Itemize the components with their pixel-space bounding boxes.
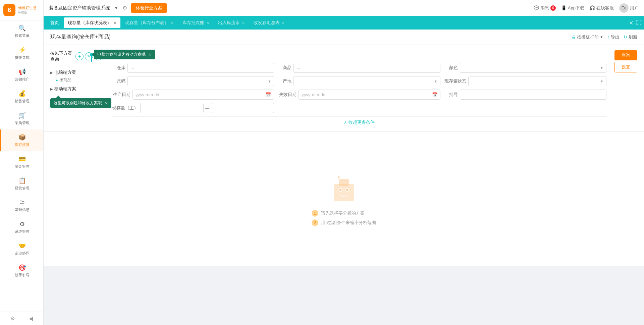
page-actions: 🖨 按模板打印 ▼ ↑ 导出 ↻ 刷新 — [571, 34, 637, 40]
tab-close-icon[interactable]: ✕ — [113, 21, 116, 25]
size-label: 尺码 — [112, 78, 125, 84]
scheme-sub-item[interactable]: ● 按商品 — [56, 76, 102, 84]
tab-receive-send[interactable]: 收发存汇总表 ✕ — [250, 17, 289, 28]
online-support-action[interactable]: 🎧 在线客服 — [590, 5, 614, 11]
tooltip-2-close[interactable]: ✕ — [105, 101, 108, 106]
sidebar-item-marketing[interactable]: 📢 营销推广 — [0, 64, 43, 86]
filter-header-label: 按以下方案查询 — [50, 50, 73, 62]
sidebar-item-finance[interactable]: 💳 资金管理 — [0, 151, 43, 173]
top-bar-left: 装备及固定资产辅助管理系统 ▼ ⚙ 体验行业方案 — [49, 3, 167, 13]
filter-field-stock-status: 现存量状态 ▼ — [444, 76, 606, 86]
marketing-icon: 📢 — [18, 68, 26, 75]
sidebar-item-inventory[interactable]: 📦 库存核算 — [0, 129, 43, 151]
batch-input[interactable] — [460, 90, 606, 100]
expiry-date-input[interactable]: yyyy-mm-dd 📅 — [299, 90, 440, 100]
scheme-computer-label[interactable]: 电脑端方案 — [54, 69, 76, 75]
system-selector[interactable]: ▼ — [114, 5, 118, 10]
expand-computer-icon[interactable]: ▶ — [50, 71, 53, 74]
user-action[interactable]: Ea 用户 — [619, 3, 639, 13]
collapse-btn[interactable]: ∧ 收起更多条件 — [344, 119, 375, 125]
sidebar-item-sales[interactable]: 💰 销售管理 — [0, 86, 43, 108]
tab-close-icon[interactable]: ✕ — [282, 21, 285, 25]
sidebar-item-operation[interactable]: 📋 经营管理 — [0, 173, 43, 195]
prod-date-input[interactable]: yyyy-mm-dd 📅 — [132, 90, 274, 100]
size-select[interactable]: ▼ — [127, 76, 274, 86]
finance-icon: 💳 — [18, 155, 26, 163]
message-action[interactable]: 💬 消息 6 — [534, 5, 556, 11]
logo-icon: 6 — [3, 4, 15, 16]
export-btn[interactable]: ↑ 导出 — [607, 34, 620, 40]
tab-inout-flow[interactable]: 出入库流水 ✕ — [214, 17, 249, 28]
sidebar-bottom: ⚙ ◀ — [0, 312, 43, 325]
empty-content: 1 请先选择要分析的方案 2 用[过滤]条件来缩小分析范围 — [312, 172, 376, 226]
tab-close-icon[interactable]: ✕ — [242, 21, 245, 25]
chevron-down-icon: ▼ — [114, 5, 118, 10]
print-btn[interactable]: 🖨 按模板打印 ▼ — [571, 34, 603, 40]
industry-btn[interactable]: 体验行业方案 — [131, 3, 167, 13]
chevron-down-icon: ▼ — [600, 79, 603, 83]
filter-section: 按以下方案查询 + ✎ « — [44, 45, 644, 131]
scheme-sidebar: 按以下方案查询 + ✎ « — [50, 50, 102, 108]
sidebar-item-search[interactable]: 🔍 搜索菜单 — [0, 20, 43, 42]
tooltip-1-close[interactable]: ✕ — [148, 52, 152, 57]
sidebar-item-label: 搜索菜单 — [15, 33, 30, 38]
warehouse-input[interactable]: ··· — [127, 63, 274, 73]
sidebar-item-purchase[interactable]: 🛒 采购管理 — [0, 108, 43, 129]
stock-main-from[interactable] — [140, 103, 204, 113]
scheme-mobile-label[interactable]: 移动端方案 — [54, 86, 76, 92]
tab-close-icon[interactable]: ✕ — [206, 21, 209, 25]
app-download-action[interactable]: 📱 App下载 — [561, 5, 584, 11]
stock-status-select[interactable]: ▼ — [468, 76, 606, 86]
sidebar-item-system[interactable]: ⚙ 系统管理 — [0, 216, 43, 238]
scheme-mobile-group: ▶ 移动端方案 — [50, 85, 102, 93]
tab-inventory-dist[interactable]: 现存量（库存分布表） ✕ — [121, 17, 178, 28]
filter-row-2: 尺码 ▼ 产地 ▼ — [112, 76, 606, 86]
stock-main-label: 现存量（主） — [112, 105, 138, 111]
tooltip-1: 电脑方案可设为移动方案哦 ✕ — [94, 50, 155, 59]
stock-main-to[interactable] — [211, 103, 274, 113]
close-all-icon[interactable]: ✕ — [629, 20, 633, 26]
logo-text-area: 畅通好生意 标准版 — [18, 5, 37, 15]
scheme-sub-label: 按商品 — [59, 77, 71, 83]
sidebar-item-cooperation[interactable]: 🤝 企业协同 — [0, 238, 43, 260]
filter-field-color: 颜色 ▼ — [444, 63, 606, 73]
chevron-down-icon: ▼ — [434, 79, 437, 83]
tab-batch-ledger[interactable]: 库存批次账 ✕ — [178, 17, 213, 28]
empty-state: 1 请先选择要分析的方案 2 用[过滤]条件来缩小分析范围 — [44, 132, 644, 266]
action-btns: 查询 设置 — [610, 50, 637, 72]
tab-bar: 首页 现存量（库存状况表） ✕ 现存量（库存分布表） ✕ 库存批次账 ✕ 出入库… — [44, 16, 644, 30]
tab-close-icon[interactable]: ✕ — [171, 21, 174, 25]
settings-icon[interactable]: ⚙ — [122, 5, 127, 11]
color-select[interactable]: ▼ — [460, 63, 606, 73]
search-btn[interactable]: 查询 — [614, 50, 637, 60]
settings-bottom-icon[interactable]: ⚙ — [10, 315, 15, 322]
stock-status-label: 现存量状态 — [444, 78, 466, 84]
filter-row-1: 仓库 ··· 商品 ··· — [112, 63, 606, 73]
goods-input[interactable]: ··· — [293, 63, 440, 73]
collapse-sidebar-icon[interactable]: ◀ — [29, 315, 33, 322]
origin-select[interactable]: ▼ — [293, 76, 440, 86]
batch-label: 批号 — [444, 92, 458, 98]
top-bar: 装备及固定资产辅助管理系统 ▼ ⚙ 体验行业方案 💬 消息 6 📱 App下载 — [44, 0, 644, 16]
sidebar-item-newbie[interactable]: 🎯 新手引导 — [0, 260, 43, 282]
empty-step-2: 2 用[过滤]条件来缩小分析范围 — [312, 219, 376, 226]
cooperation-icon: 🤝 — [18, 242, 26, 250]
tooltip-2-area: 这里可以创建和修改方案哦 ✕ — [50, 98, 102, 108]
sidebar-item-quick[interactable]: ⚡ 快捷导航 — [0, 42, 43, 64]
filter-field-prod-date: 生产日期 yyyy-mm-dd 📅 — [112, 90, 274, 100]
sidebar-item-basic[interactable]: 🗂 基础信息 — [0, 195, 43, 216]
tab-inventory-status[interactable]: 现存量（库存状况表） ✕ — [64, 17, 120, 28]
purchase-icon: 🛒 — [18, 112, 26, 119]
expiry-date-label: 失效日期 — [278, 92, 297, 98]
reset-btn[interactable]: 设置 — [614, 62, 637, 72]
export-label: 导出 — [611, 34, 620, 40]
stock-main-range: — — [140, 103, 274, 113]
tab-home[interactable]: 首页 — [46, 20, 63, 26]
app-download-label: App下载 — [568, 5, 584, 11]
sidebar-nav: 🔍 搜索菜单 ⚡ 快捷导航 📢 营销推广 💰 销售管理 🛒 采购管理 📦 — [0, 20, 43, 312]
tab-label: 收发存汇总表 — [254, 20, 280, 26]
expand-icon[interactable]: ⛶ — [636, 20, 641, 26]
expand-mobile-icon[interactable]: ▶ — [50, 87, 53, 91]
add-scheme-icon[interactable]: + — [75, 52, 84, 60]
refresh-btn[interactable]: ↻ 刷新 — [624, 34, 637, 40]
